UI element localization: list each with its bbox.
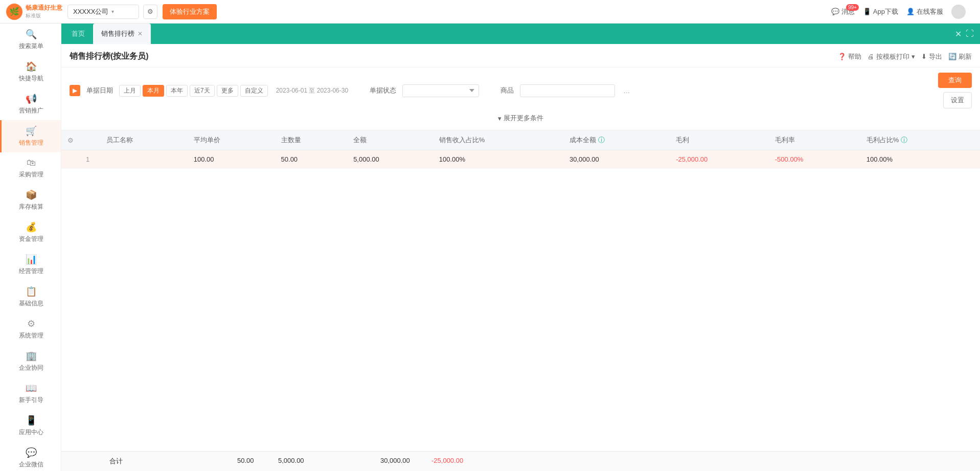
cost-info-icon[interactable]: ⓘ	[598, 136, 605, 144]
enterprise-icon: 🏢	[26, 350, 37, 362]
goods-input[interactable]	[520, 84, 615, 97]
logo-sub: 标准版	[26, 12, 62, 19]
date-btn-more[interactable]: 更多	[217, 85, 238, 97]
sidebar-item-inventory[interactable]: 📦 库存核算	[0, 184, 61, 216]
tab-bar: 首页 销售排行榜 ✕ ✕ ⛶	[61, 24, 980, 44]
table-header-row: ⚙ 员工名称 平均单价 主数量 全额 销售收入占比% 成本全额 ⓘ 毛利	[61, 130, 980, 150]
help-icon: ❓	[838, 53, 846, 60]
sidebar-item-basic[interactable]: 📋 基础信息	[0, 281, 61, 313]
row-cost: 30,000.00	[563, 150, 670, 169]
page-title: 销售排行榜(按业务员)	[70, 51, 149, 62]
filter-actions: 查询 设置	[938, 73, 972, 108]
filter-bar: ▶ 单据日期 上月 本月 本年 近7天 更多 自定义 2023-06-01 至 …	[61, 68, 980, 130]
date-label: 单据日期	[86, 86, 113, 95]
date-btn-this-month[interactable]: 本月	[143, 85, 164, 97]
tab-minimize-icon[interactable]: ✕	[955, 29, 962, 39]
col-gross-pct: 毛利占比% ⓘ	[860, 130, 980, 150]
table-row: 1 100.00 50.00 5,000.00 100.00% 30,000.0…	[61, 150, 980, 169]
inventory-icon: 📦	[26, 189, 37, 200]
row-amount: 5,000.00	[347, 150, 433, 169]
sidebar-item-wechat[interactable]: 💬 企业微信	[0, 442, 61, 471]
row-gross: -25,000.00	[670, 150, 769, 169]
marketing-icon: 📢	[26, 93, 37, 104]
sidebar-item-enterprise[interactable]: 🏢 企业协同	[0, 345, 61, 377]
settings-gear-button[interactable]: ⚙	[143, 5, 157, 19]
goods-more-icon[interactable]: …	[623, 87, 630, 95]
col-qty: 主数量	[275, 130, 348, 150]
date-range-text: 2023-06-01 至 2023-06-30	[276, 86, 348, 95]
sidebar-item-marketing[interactable]: 📢 营销推广	[0, 88, 61, 120]
col-num	[80, 130, 100, 150]
logo-title: 畅康通好生意	[26, 4, 62, 12]
date-btn-last-month[interactable]: 上月	[119, 85, 141, 97]
expand-icon: ▾	[498, 115, 502, 122]
help-button[interactable]: ❓ 帮助	[838, 52, 861, 61]
row-gross-rate: -500.00%	[769, 150, 860, 169]
sidebar-item-purchase[interactable]: 🛍 采购管理	[0, 152, 61, 184]
date-btn-7days[interactable]: 近7天	[190, 85, 215, 97]
trial-button[interactable]: 体验行业方案	[163, 4, 217, 19]
tab-sales-rank[interactable]: 销售排行榜 ✕	[93, 24, 151, 44]
guide-icon: 📖	[26, 383, 37, 394]
operations-icon: 📊	[26, 254, 37, 265]
tab-home[interactable]: 首页	[63, 24, 93, 44]
query-button[interactable]: 查询	[938, 73, 972, 88]
row-gear	[61, 150, 80, 169]
logo-text: 畅康通好生意 标准版	[26, 4, 62, 19]
print-icon: 🖨	[868, 53, 874, 60]
page-header: 销售排行榜(按业务员) ❓ 帮助 🖨 按模板打印 ▾ ⬇ 导出	[61, 44, 980, 68]
footer-label: 合计	[109, 457, 123, 465]
tab-maximize-icon[interactable]: ⛶	[966, 29, 974, 38]
sidebar: 🔍 搜索菜单 🏠 快捷导航 📢 营销推广 🛒 销售管理 🛍 采购管理 📦 库存核…	[0, 24, 61, 471]
status-label: 单据状态	[370, 86, 396, 95]
status-select[interactable]	[402, 84, 479, 97]
sidebar-item-system[interactable]: ⚙ 系统管理	[0, 313, 61, 345]
filter-toggle-button[interactable]: ▶	[70, 85, 80, 96]
row-num: 1	[80, 150, 100, 169]
avatar[interactable]	[951, 5, 966, 19]
expand-conditions-button[interactable]: ▾ 展开更多条件	[494, 111, 548, 125]
export-icon: ⬇	[921, 53, 927, 60]
col-gross: 毛利	[670, 130, 769, 150]
filter-row-2: ▾ 展开更多条件	[70, 111, 972, 125]
col-amount: 全额	[347, 130, 433, 150]
chevron-down-icon: ▾	[111, 9, 114, 14]
date-btn-this-year[interactable]: 本年	[166, 85, 188, 97]
settings-button[interactable]: 设置	[943, 92, 972, 108]
logo-icon: 🌿	[6, 4, 22, 20]
sidebar-item-guide[interactable]: 📖 新手引导	[0, 377, 61, 410]
company-selector[interactable]: XXXXX公司 ▾	[67, 5, 139, 19]
col-avg-price: 平均单价	[188, 130, 275, 150]
gross-pct-info-icon[interactable]: ⓘ	[901, 136, 907, 144]
row-gross-pct: 100.00%	[860, 150, 980, 169]
sidebar-item-finance[interactable]: 💰 资金管理	[0, 216, 61, 249]
app-download-button[interactable]: 📱 App下载	[863, 7, 898, 16]
sidebar-item-sales[interactable]: 🛒 销售管理	[0, 120, 61, 152]
tab-close-icon[interactable]: ✕	[138, 30, 143, 37]
goods-label: 商品	[500, 86, 514, 95]
date-btn-custom[interactable]: 自定义	[240, 85, 268, 97]
sidebar-item-apps[interactable]: 📱 应用中心	[0, 410, 61, 442]
sidebar-item-shortcut[interactable]: 🏠 快捷导航	[0, 56, 61, 88]
footer-amount: 5,000.00	[278, 457, 304, 464]
finance-icon: 💰	[26, 221, 37, 233]
logo-area: 🌿 畅康通好生意 标准版	[6, 4, 67, 20]
col-gross-rate: 毛利率	[769, 130, 860, 150]
sidebar-item-search[interactable]: 🔍 搜索菜单	[0, 24, 61, 56]
row-sales-pct: 100.00%	[433, 150, 563, 169]
col-gear[interactable]: ⚙	[61, 130, 80, 150]
sidebar-item-operations[interactable]: 📊 经营管理	[0, 249, 61, 281]
data-table: ⚙ 员工名称 平均单价 主数量 全额 销售收入占比% 成本全额 ⓘ 毛利	[61, 130, 980, 169]
message-button[interactable]: 💬 消息 99+	[831, 7, 855, 16]
refresh-button[interactable]: 🔄 刷新	[948, 52, 972, 61]
company-name: XXXXX公司	[73, 7, 108, 16]
home-icon: 🏠	[26, 61, 37, 72]
table-footer: 合计 50.00 5,000.00 30,000.00 -25,000.00	[61, 451, 980, 471]
export-button[interactable]: ⬇ 导出	[921, 52, 942, 61]
online-service-button[interactable]: 👤 在线客服	[906, 7, 943, 16]
main-layout: 🔍 搜索菜单 🏠 快捷导航 📢 营销推广 🛒 销售管理 🛍 采购管理 📦 库存核…	[0, 24, 980, 471]
table-container: ⚙ 员工名称 平均单价 主数量 全额 销售收入占比% 成本全额 ⓘ 毛利	[61, 130, 980, 451]
filter-row-1: ▶ 单据日期 上月 本月 本年 近7天 更多 自定义 2023-06-01 至 …	[70, 73, 972, 108]
print-button[interactable]: 🖨 按模板打印 ▾	[868, 52, 915, 61]
header-actions: ❓ 帮助 🖨 按模板打印 ▾ ⬇ 导出 🔄 刷新	[838, 52, 972, 61]
